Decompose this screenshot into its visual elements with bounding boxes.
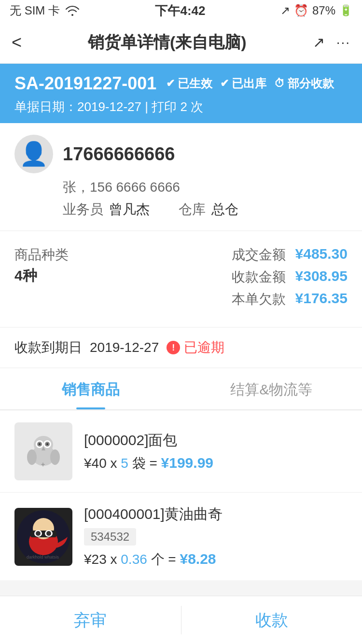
amount-section: 成交金额 ¥485.30 收款金额 ¥308.95 本单欠款 ¥176.35 <box>232 246 348 312</box>
order-badges: ✔ 已生效 ✔ 已出库 ⏱ 部分收款 <box>166 76 334 91</box>
received-label: 收款金额 <box>232 268 286 286</box>
badge-partial-label: 部分收款 <box>288 76 334 91</box>
confirm-button[interactable]: 收款 <box>181 596 362 644</box>
status-bar: 无 SIM 卡 下午4:42 ↗ ⏰ 87% 🔋 <box>0 0 362 21</box>
customer-card: 👤 17666666666 张，156 6666 6666 业务员 曾凡杰 仓库… <box>0 123 362 230</box>
total-2: ¥8.28 <box>180 551 216 567</box>
product-image-1: + <box>14 422 72 480</box>
price-value-1: ¥40 <box>84 456 107 471</box>
overdue-dot-icon: ! <box>167 341 180 354</box>
page-title: 销货单详情(来自电脑) <box>88 31 247 54</box>
qty-1: 5 <box>121 456 128 471</box>
due-date-card: 收款到期日 2019-12-27 ! 已逾期 <box>0 328 362 367</box>
battery-icon: 🔋 <box>339 4 352 17</box>
nav-actions: ↗ ··· <box>313 34 350 51</box>
product-name-1: [0000002]面包 <box>84 431 348 450</box>
badge-shipped: ✔ 已出库 <box>220 76 266 91</box>
check-shipped-icon: ✔ <box>220 77 229 90</box>
tab-settlement[interactable]: 结算&物流等 <box>181 368 362 409</box>
list-item: + [0000002]面包 ¥40 x 5 袋 = ¥199.99 <box>0 411 362 492</box>
price-x-1: x <box>111 456 121 471</box>
status-time: 下午4:42 <box>155 2 205 19</box>
order-id: SA-20191227-001 <box>14 73 156 94</box>
due-date-value: 2019-12-27 <box>90 340 159 355</box>
nav-bar: < 销货单详情(来自电脑) ↗ ··· <box>0 21 362 64</box>
svg-point-9 <box>27 449 37 465</box>
price-value-2: ¥23 <box>84 552 107 567</box>
product-price-1: ¥40 x 5 袋 = ¥199.99 <box>84 454 348 473</box>
salesperson-label: 业务员 <box>63 200 103 219</box>
badge-effective: ✔ 已生效 <box>166 76 212 91</box>
summary-card: 商品种类 4种 成交金额 ¥485.30 收款金额 ¥308.95 本单欠款 ¥… <box>0 231 362 327</box>
deal-amount: ¥485.30 <box>295 246 348 264</box>
product-info-2: [000400001]黄油曲奇 534532 ¥23 x 0.36 个 = ¥8… <box>84 504 348 569</box>
warehouse-label: 仓库 <box>179 200 206 219</box>
deal-label: 成交金额 <box>232 246 286 264</box>
deal-amount-row: 成交金额 ¥485.30 <box>232 246 348 264</box>
bottom-bar: 弃审 收款 <box>0 596 362 644</box>
unit-2: 个 <box>151 552 165 567</box>
avatar-icon: 👤 <box>19 140 48 168</box>
customer-contact: 张，156 6666 6666 <box>63 178 348 196</box>
battery-label: 87% <box>312 4 335 17</box>
product-name-2: [000400001]黄油曲奇 <box>84 504 348 524</box>
product-price-2: ¥23 x 0.36 个 = ¥8.28 <box>84 550 348 569</box>
ninja-icon: darkhold whatsis <box>17 510 70 563</box>
owed-amount-row: 本单欠款 ¥176.35 <box>232 290 348 308</box>
warehouse-item: 仓库 总仓 <box>179 200 238 219</box>
svg-text:+: + <box>41 461 45 468</box>
check-effective-icon: ✔ <box>166 77 175 90</box>
tabs: 销售商品 结算&物流等 <box>0 368 362 410</box>
badge-effective-label: 已生效 <box>178 76 212 91</box>
customer-phone: 17666666666 <box>63 144 175 165</box>
product-info-1: [0000002]面包 ¥40 x 5 袋 = ¥199.99 <box>84 431 348 473</box>
equals-1: = <box>149 456 161 471</box>
location-icon: ↗ <box>280 4 290 17</box>
list-item: darkhold whatsis [000400001]黄油曲奇 534532 … <box>0 493 362 580</box>
product-list: + [0000002]面包 ¥40 x 5 袋 = ¥199.99 <box>0 411 362 580</box>
sim-label: 无 SIM 卡 <box>10 3 60 18</box>
equals-2: = <box>168 552 180 567</box>
reject-button[interactable]: 弃审 <box>0 596 181 644</box>
avatar: 👤 <box>14 135 53 173</box>
owed-amount: ¥176.35 <box>295 290 348 308</box>
svg-point-18 <box>36 531 41 536</box>
clock-icon: ⏱ <box>274 77 285 90</box>
received-amount: ¥308.95 <box>295 268 348 286</box>
svg-point-19 <box>46 531 51 536</box>
svg-point-7 <box>46 443 48 445</box>
due-date-label: 收款到期日 <box>14 338 82 357</box>
alarm-icon: ⏰ <box>294 4 308 17</box>
svg-point-10 <box>50 449 60 465</box>
svg-point-6 <box>39 443 41 445</box>
status-left: 无 SIM 卡 <box>10 3 80 18</box>
warehouse-value: 总仓 <box>211 200 238 219</box>
owl-icon: + <box>24 432 63 471</box>
total-1: ¥199.99 <box>161 455 213 471</box>
customer-row: 👤 17666666666 <box>14 135 348 173</box>
product-image-2: darkhold whatsis <box>14 508 72 566</box>
product-sku-2: 534532 <box>84 528 136 546</box>
status-right: ↗ ⏰ 87% 🔋 <box>280 4 352 17</box>
back-button[interactable]: < <box>12 32 22 53</box>
product-type-label: 商品种类 <box>14 246 69 264</box>
price-x-2: x <box>111 552 121 567</box>
product-type-section: 商品种类 4种 <box>14 246 69 312</box>
received-amount-row: 收款金额 ¥308.95 <box>232 268 348 286</box>
more-button[interactable]: ··· <box>336 35 350 50</box>
overdue-label: 已逾期 <box>184 338 224 357</box>
share-button[interactable]: ↗ <box>313 34 325 51</box>
order-date: 单据日期：2019-12-27 | 打印 2 次 <box>14 98 348 115</box>
badge-shipped-label: 已出库 <box>232 76 266 91</box>
unit-1: 袋 <box>132 456 146 471</box>
order-header-banner: SA-20191227-001 ✔ 已生效 ✔ 已出库 ⏱ 部分收款 单据日期：… <box>0 64 362 123</box>
svg-text:darkhold whatsis: darkhold whatsis <box>27 555 59 560</box>
qty-2: 0.36 <box>121 552 147 567</box>
overdue-badge: ! 已逾期 <box>167 338 224 357</box>
tab-products[interactable]: 销售商品 <box>0 368 181 409</box>
customer-meta: 业务员 曾凡杰 仓库 总仓 <box>63 200 348 219</box>
owed-label: 本单欠款 <box>232 290 286 308</box>
salesperson-item: 业务员 曾凡杰 <box>63 200 150 219</box>
wifi-icon <box>65 5 80 16</box>
salesperson-value: 曾凡杰 <box>109 200 150 219</box>
